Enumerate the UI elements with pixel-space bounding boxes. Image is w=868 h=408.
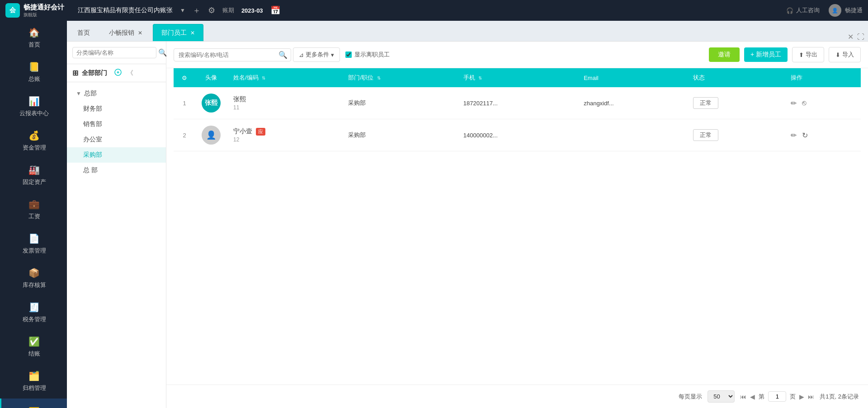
col-settings[interactable]: ⚙ — [174, 68, 195, 87]
tab-expense[interactable]: 小畅报销 ✕ — [100, 24, 151, 41]
dept-1: 采购部 — [348, 99, 366, 106]
sidebar-item-salary[interactable]: 💼 工资 — [0, 192, 67, 227]
tab-close-btn[interactable]: ✕ — [848, 33, 854, 41]
top-bar-right: 🎧 人工咨询 👤 畅捷通 — [786, 4, 863, 17]
edit-button-1[interactable]: ✏ — [791, 99, 797, 108]
col-dept-pos[interactable]: 部门/职位 ⇅ — [342, 68, 457, 87]
dept-tree-item-office[interactable]: 办公室 — [67, 132, 166, 147]
ledger-icon: 📒 — [28, 61, 40, 72]
tab-expense-label: 小畅报销 — [109, 29, 134, 37]
status-badge-1: 正常 — [693, 97, 718, 109]
page-unit: 页 — [790, 393, 796, 401]
import-label: 导入 — [842, 51, 854, 59]
invite-button[interactable]: 邀请 — [709, 47, 740, 62]
dept-label-sales: 销售部 — [83, 120, 102, 127]
row2-dept: 采购部 — [342, 119, 457, 151]
export-button[interactable]: ⬆ 导出 — [792, 47, 824, 62]
sidebar-item-invoice[interactable]: 📄 发票管理 — [0, 227, 67, 261]
import-icon: ⬇ — [835, 52, 840, 58]
export-icon: ⬆ — [799, 52, 804, 58]
dept-label-purchase: 采购部 — [83, 151, 102, 158]
invoice-icon: 📄 — [28, 233, 40, 244]
col-name-code[interactable]: 姓名/编码 ⇅ — [227, 68, 342, 87]
import-button[interactable]: ⬇ 导入 — [829, 47, 861, 62]
col-email: Email — [577, 68, 687, 87]
tab-dept-close[interactable]: ✕ — [190, 30, 195, 36]
row1-num: 1 — [174, 87, 195, 119]
sidebar-item-tax[interactable]: 🧾 税务管理 — [0, 295, 67, 330]
col-phone[interactable]: 手机 ⇅ — [457, 68, 577, 87]
tab-dept[interactable]: 部门员工 ✕ — [153, 24, 203, 41]
app-version: 旗舰版 — [24, 12, 64, 18]
add-icon[interactable]: ＋ — [193, 5, 201, 16]
add-employee-button[interactable]: + 新增员工 — [744, 47, 788, 62]
show-resigned-label[interactable]: 显示离职员工 — [345, 51, 390, 59]
export-label: 导出 — [806, 51, 817, 59]
next-page-button[interactable]: ▶ — [799, 393, 804, 400]
prev-page-button[interactable]: ◀ — [750, 393, 755, 400]
filter-button[interactable]: ⊿ 更多条件 ▾ — [293, 47, 340, 62]
row2-avatar: 👤 — [195, 119, 227, 151]
sidebar-label-reports: 云报表中心 — [19, 109, 49, 117]
customer-service[interactable]: 🎧 人工咨询 — [786, 6, 820, 14]
sidebar-label-home: 首页 — [28, 41, 40, 49]
page-label: 第 — [759, 393, 764, 401]
sidebar-item-home[interactable]: 🏠 首页 — [0, 21, 67, 55]
show-resigned-checkbox[interactable] — [345, 52, 352, 58]
dept-tree-item-finance[interactable]: 财务部 — [67, 101, 166, 117]
expense-icon: 💳 — [28, 405, 40, 408]
dept-tree-item-sales[interactable]: 销售部 — [67, 117, 166, 132]
emp-code-2: 12 — [233, 136, 335, 143]
sidebar-item-close[interactable]: ✅ 结账 — [0, 330, 67, 364]
sidebar-label-tax: 税务管理 — [23, 315, 46, 324]
sidebar-item-reports[interactable]: 📊 云报表中心 — [0, 89, 67, 124]
tab-home[interactable]: 首页 — [69, 24, 99, 41]
right-panel: 🔍 ⊿ 更多条件 ▾ 显示离职员工 邀请 — [166, 42, 868, 408]
sidebar-item-funds[interactable]: 💰 资金管理 — [0, 124, 67, 158]
dept-tree-item-purchase[interactable]: 采购部 — [67, 147, 166, 163]
page-nav: ⏮ ◀ 第 页 ▶ ⏭ — [740, 391, 814, 402]
dept-search-button[interactable]: 🔍 — [158, 48, 167, 57]
dept-tree-item-hq[interactable]: ▼ 总部 — [67, 86, 166, 101]
dept-label-office: 办公室 — [83, 136, 102, 143]
page-number-input[interactable] — [768, 391, 786, 402]
top-bar-center: 江西服宝精品有限责任公司内账张 ▼ ＋ ⚙ 账期 2023-03 📅 — [72, 5, 786, 16]
dept-tree-item-general-hq[interactable]: 总 部 — [67, 163, 166, 178]
sidebar-item-inventory[interactable]: 📦 库存核算 — [0, 261, 67, 295]
user-area[interactable]: 👤 畅捷通 — [829, 4, 863, 17]
status-badge-2: 正常 — [693, 129, 718, 141]
inventory-icon: 📦 — [28, 267, 40, 278]
dept-edit-button[interactable] — [114, 69, 122, 77]
sidebar-item-archive[interactable]: 🗂️ 归档管理 — [0, 364, 67, 399]
row1-name-code: 张熙 11 — [227, 87, 342, 119]
dept-collapse-button[interactable]: 《 — [127, 69, 133, 77]
employee-search-button[interactable]: 🔍 — [278, 51, 288, 59]
dept-label-general-hq: 总 部 — [83, 166, 98, 174]
calendar-icon[interactable]: 📅 — [270, 5, 280, 15]
avatar-zhang: 张熙 — [202, 94, 221, 113]
row2-email — [577, 119, 687, 151]
employee-search-input[interactable] — [174, 48, 291, 61]
tab-expense-close[interactable]: ✕ — [138, 30, 142, 36]
per-page-select[interactable]: 50 100 — [708, 390, 735, 403]
last-page-button[interactable]: ⏭ — [808, 393, 814, 400]
company-dropdown[interactable]: ▼ — [180, 7, 185, 14]
employee-table: ⚙ 头像 姓名/编码 ⇅ 部门/职位 ⇅ — [174, 68, 861, 151]
toolbar: 🔍 ⊿ 更多条件 ▾ 显示离职员工 邀请 — [166, 42, 868, 68]
username: 畅捷通 — [845, 6, 863, 14]
col-status: 状态 — [687, 68, 784, 87]
sidebar-item-expense[interactable]: 💳 小畅报销 — [0, 399, 67, 408]
sidebar-item-ledger[interactable]: 📒 总账 — [0, 55, 67, 89]
close-period-icon: ✅ — [28, 336, 40, 347]
more-button-1[interactable]: ⎋ — [802, 99, 807, 107]
first-page-button[interactable]: ⏮ — [740, 393, 746, 400]
refresh-button-2[interactable]: ↻ — [802, 131, 808, 140]
dept-search-input[interactable] — [72, 47, 156, 58]
edit-button-2[interactable]: ✏ — [791, 131, 797, 140]
sidebar-item-assets[interactable]: 🏭 固定资产 — [0, 158, 67, 192]
phone-1: 187202117... — [463, 100, 498, 107]
table-footer: 每页显示 50 100 ⏮ ◀ 第 页 ▶ ⏭ 共1页, 2条记录 — [166, 385, 868, 408]
tab-expand-btn[interactable]: ⛶ — [857, 33, 864, 41]
col-name-code-label: 姓名/编码 — [233, 74, 259, 81]
settings-icon[interactable]: ⚙ — [208, 5, 215, 15]
